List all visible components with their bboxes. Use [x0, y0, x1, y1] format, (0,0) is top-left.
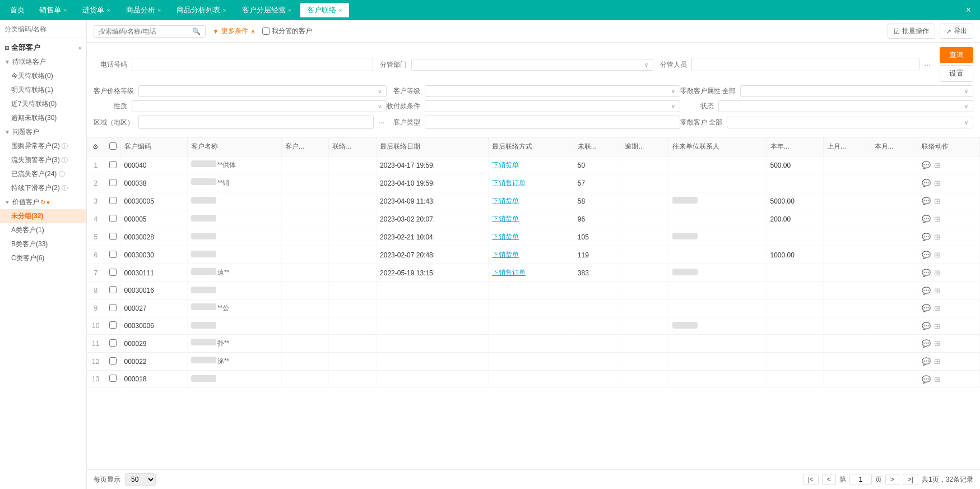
row-checkbox[interactable]: [109, 304, 117, 311]
page-last-button[interactable]: >|: [903, 474, 918, 485]
grid-action-icon[interactable]: ⊞: [934, 304, 940, 312]
grid-action-icon[interactable]: ⊞: [934, 179, 940, 187]
filter-manager-input[interactable]: [691, 58, 920, 71]
last-method-link[interactable]: 下销售订单: [492, 269, 526, 276]
filter-more-conditions[interactable]: ▼ 更多条件 ∧: [212, 26, 256, 36]
message-icon[interactable]: 💬: [922, 322, 931, 330]
filter-status-select[interactable]: ∨: [718, 100, 973, 112]
row-checkbox[interactable]: [109, 357, 117, 365]
message-icon[interactable]: 💬: [922, 304, 931, 312]
nav-tab-analysis-list[interactable]: 商品分析列表 ×: [170, 3, 233, 17]
row-checkbox[interactable]: [109, 375, 117, 382]
row-last-method[interactable]: 下销售订单: [488, 174, 574, 192]
grid-action-icon[interactable]: ⊞: [934, 233, 940, 241]
sidebar-collapse-icon[interactable]: «: [78, 44, 82, 51]
batch-operations-button[interactable]: ☑ 批量操作: [888, 24, 935, 39]
filter-customer-level-select[interactable]: ∨: [425, 85, 680, 97]
message-icon[interactable]: 💬: [922, 357, 931, 366]
message-icon[interactable]: 💬: [922, 233, 931, 241]
sidebar-search-input[interactable]: [4, 25, 87, 33]
row-last-method[interactable]: [488, 371, 574, 388]
row-checkbox[interactable]: [109, 321, 117, 329]
sidebar-group-problem[interactable]: ▼ 问题客户: [0, 125, 86, 139]
nav-tab-purchase[interactable]: 进货单 ×: [76, 3, 117, 17]
row-checkbox[interactable]: [109, 251, 117, 258]
export-button[interactable]: ↗ 导出: [940, 24, 973, 39]
sidebar-all-customers[interactable]: ⊞ 全部客户 «: [0, 38, 86, 55]
row-last-method[interactable]: 下销货单: [488, 228, 574, 246]
nav-tab-customer-mgmt-close[interactable]: ×: [288, 7, 291, 13]
sidebar-item-b-class[interactable]: B类客户(33): [0, 237, 86, 251]
sidebar-item-a-class[interactable]: A类客户(1): [0, 223, 86, 237]
sidebar-group-value[interactable]: ▼ 价值客户 ↻ ●: [0, 195, 86, 209]
sidebar-item-7days[interactable]: 近7天待联络(0): [0, 97, 86, 111]
row-last-method[interactable]: [488, 335, 574, 353]
filter-nature-select[interactable]: ∨: [132, 100, 387, 112]
select-all-checkbox[interactable]: [109, 142, 117, 150]
grid-action-icon[interactable]: ⊞: [934, 357, 940, 366]
message-icon[interactable]: 💬: [922, 215, 931, 223]
filter-payment-select[interactable]: ∨: [425, 100, 680, 112]
nav-home[interactable]: 首页: [4, 3, 30, 17]
sidebar-item-ungroup[interactable]: 未分组(32): [0, 209, 86, 223]
sidebar-item-tomorrow[interactable]: 明天待联络(1): [0, 83, 86, 97]
sidebar-item-churned[interactable]: 已流失客户(24) ⓘ: [0, 167, 86, 181]
filter-sparse-select[interactable]: ∨: [727, 117, 973, 128]
row-last-method[interactable]: [488, 282, 574, 299]
nav-tab-analysis[interactable]: 商品分析 ×: [119, 3, 168, 17]
last-method-link[interactable]: 下销售订单: [492, 179, 526, 187]
page-first-button[interactable]: |<: [803, 474, 819, 485]
filter-region-dots[interactable]: ···: [376, 118, 387, 127]
message-icon[interactable]: 💬: [922, 251, 931, 259]
row-last-method[interactable]: 下销售订单: [488, 264, 574, 282]
message-icon[interactable]: 💬: [922, 287, 931, 295]
sidebar-item-today[interactable]: 今天待联络(0): [0, 69, 86, 83]
grid-action-icon[interactable]: ⊞: [934, 322, 940, 330]
row-checkbox[interactable]: [109, 197, 117, 204]
th-settings[interactable]: ⚙: [87, 137, 105, 156]
grid-action-icon[interactable]: ⊞: [934, 339, 940, 348]
grid-action-icon[interactable]: ⊞: [934, 197, 940, 205]
query-button[interactable]: 查询: [940, 47, 973, 63]
row-checkbox[interactable]: [109, 215, 117, 222]
nav-tab-customer-contact-close[interactable]: ×: [338, 7, 342, 13]
filter-sparse-attr-select[interactable]: ∨: [740, 85, 973, 97]
message-icon[interactable]: 💬: [922, 269, 931, 277]
row-last-method[interactable]: 下销货单: [488, 156, 574, 174]
window-close-button[interactable]: ×: [962, 3, 976, 17]
row-last-method[interactable]: 下销货单: [488, 210, 574, 228]
filter-mine-checkbox[interactable]: [262, 27, 270, 35]
message-icon[interactable]: 💬: [922, 197, 931, 205]
message-icon[interactable]: 💬: [922, 339, 931, 348]
row-checkbox[interactable]: [109, 233, 117, 240]
sidebar-group-pending[interactable]: ▼ 待联络客户: [0, 55, 86, 69]
sidebar-item-overdue[interactable]: 逾期未联络(30): [0, 111, 86, 125]
grid-action-icon[interactable]: ⊞: [934, 161, 940, 169]
nav-tab-customer-contact[interactable]: 客户联络 ×: [300, 3, 349, 17]
page-next-button[interactable]: >: [885, 474, 899, 485]
last-method-link[interactable]: 下销货单: [492, 161, 519, 169]
last-method-link[interactable]: 下销货单: [492, 251, 519, 259]
page-prev-button[interactable]: <: [822, 474, 836, 485]
grid-action-icon[interactable]: ⊞: [934, 215, 940, 223]
row-checkbox[interactable]: [109, 286, 117, 293]
row-last-method[interactable]: [488, 317, 574, 335]
row-checkbox[interactable]: [109, 161, 117, 168]
message-icon[interactable]: 💬: [922, 375, 931, 384]
row-last-method[interactable]: [488, 353, 574, 371]
row-checkbox[interactable]: [109, 269, 117, 276]
grid-action-icon[interactable]: ⊞: [934, 251, 940, 259]
grid-action-icon[interactable]: ⊞: [934, 375, 940, 384]
reset-button[interactable]: 设置: [940, 65, 973, 82]
last-method-link[interactable]: 下销货单: [492, 197, 519, 205]
message-icon[interactable]: 💬: [922, 161, 931, 169]
filter-manager-dots[interactable]: ···: [922, 60, 933, 69]
refresh-icon[interactable]: ↻: [40, 199, 45, 206]
row-last-method[interactable]: 下销货单: [488, 192, 574, 210]
grid-action-icon[interactable]: ⊞: [934, 287, 940, 295]
sidebar-item-declining[interactable]: 持续下滑客户(2) ⓘ: [0, 181, 86, 195]
filter-region-input[interactable]: [138, 116, 374, 129]
nav-tab-sales[interactable]: 销售单 ×: [32, 3, 73, 17]
last-method-link[interactable]: 下销货单: [492, 215, 519, 223]
last-method-link[interactable]: 下销货单: [492, 233, 519, 241]
